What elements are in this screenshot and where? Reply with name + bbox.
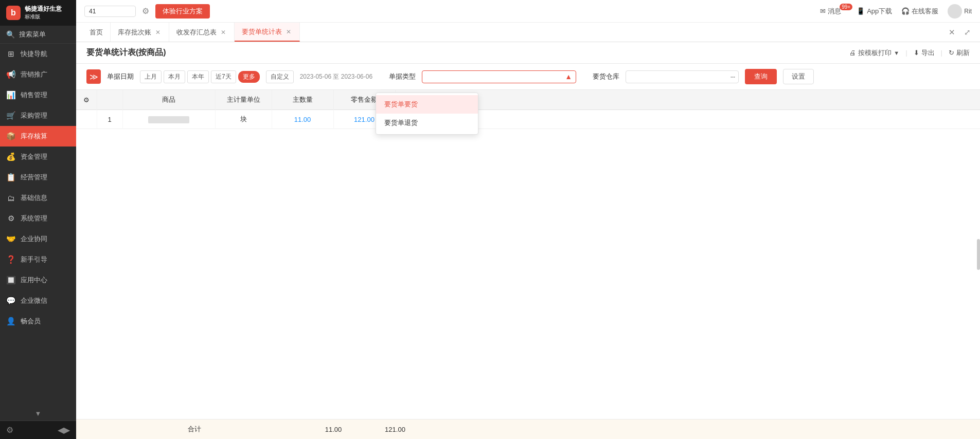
app-download-label: App下载 — [867, 7, 892, 16]
sidebar-item-finance[interactable]: 💰 资金管理 — [0, 147, 76, 167]
col-empty — [395, 90, 980, 110]
sidebar-item-enterprise[interactable]: 🤝 企业协同 — [0, 229, 76, 249]
refresh-label: 刷新 — [956, 48, 970, 58]
sidebar-item-inventory[interactable]: 📦 库存核算 — [0, 126, 76, 147]
operation-icon: 📋 — [6, 173, 15, 182]
app-download-button[interactable]: 📱 App下载 — [857, 7, 892, 16]
user-profile-button[interactable]: Rit — [948, 4, 972, 19]
sidebar-item-label: 基础信息 — [21, 193, 47, 203]
cell-product — [122, 110, 215, 129]
sidebar-item-sales[interactable]: 📊 销售管理 — [0, 85, 76, 105]
col-product: 商品 — [122, 90, 215, 110]
filter-expand-button[interactable]: ≫ — [86, 69, 101, 84]
top-header-left: ⚙ 体验行业方案 — [84, 4, 210, 19]
sidebar: b 畅捷通好生意 标准版 🔍 搜索菜单 ⊞ 快捷导航 📢 营销推广 📊 销售管理… — [0, 0, 76, 439]
tab-home[interactable]: 首页 — [82, 23, 111, 42]
sidebar-item-guide[interactable]: ❓ 新手引导 — [0, 249, 76, 270]
last-month-btn[interactable]: 上月 — [140, 70, 162, 83]
data-table: ⚙ 商品 主计量单位 主数量 零售金额 1 — [76, 90, 980, 129]
table-footer: 合计 11.00 121.00 — [76, 419, 980, 439]
headset-icon: 🎧 — [901, 7, 910, 15]
table-area: ⚙ 商品 主计量单位 主数量 零售金额 1 — [76, 90, 980, 419]
sidebar-item-label: 企业协同 — [21, 234, 47, 244]
sidebar-item-label: 快捷导航 — [21, 49, 47, 59]
sidebar-item-system[interactable]: ⚙ 系统管理 — [0, 208, 76, 229]
refresh-button[interactable]: ↻ 刷新 — [949, 48, 970, 58]
print-button[interactable]: 🖨 按模板打印 ▼ — [849, 48, 899, 58]
product-placeholder — [148, 116, 189, 123]
col-unit: 主计量单位 — [215, 90, 272, 110]
type-filter-wrapper: ▲ — [422, 70, 576, 83]
more-dates-btn[interactable]: 更多 — [238, 71, 260, 83]
sidebar-item-label: 应用中心 — [21, 276, 47, 285]
tab-close-order-summary[interactable]: ✕ — [285, 27, 292, 36]
tab-inventory-batch[interactable]: 库存批次账 ✕ — [111, 23, 169, 42]
table-row: 1 块 11.00 121.00 — [76, 110, 980, 129]
sidebar-item-label: 采购管理 — [21, 111, 47, 120]
tab-close-inventory-batch[interactable]: ✕ — [154, 28, 162, 37]
this-month-btn[interactable]: 本月 — [164, 70, 185, 83]
sidebar-scroll-down[interactable]: ▼ — [0, 407, 76, 420]
header-gear-icon[interactable]: ⚙ — [142, 6, 149, 16]
sidebar-item-wechat[interactable]: 💬 企业微信 — [0, 290, 76, 311]
filter-settings-button[interactable]: 设置 — [783, 69, 814, 84]
print-label: 按模板打印 — [858, 48, 892, 58]
type-filter-input[interactable] — [422, 70, 576, 83]
print-chevron-icon: ▼ — [894, 50, 899, 56]
type-dropdown-menu: 要货单要货 要货单退货 — [376, 93, 478, 135]
sidebar-search[interactable]: 🔍 搜索菜单 — [0, 26, 76, 44]
sidebar-item-label: 畅会员 — [21, 317, 41, 326]
tab-receivable-summary[interactable]: 收发存汇总表 ✕ — [169, 23, 235, 42]
avatar — [948, 4, 962, 19]
industry-solution-button[interactable]: 体验行业方案 — [155, 4, 210, 19]
sidebar-item-app-center[interactable]: 🔲 应用中心 — [0, 270, 76, 290]
enterprise-icon: 🤝 — [6, 234, 15, 244]
tab-close-receivable-summary[interactable]: ✕ — [220, 28, 227, 37]
last-7-days-btn[interactable]: 近7天 — [211, 70, 236, 83]
sidebar-item-label: 资金管理 — [21, 152, 47, 161]
sidebar-item-basic-info[interactable]: 🗂 基础信息 — [0, 188, 76, 208]
sidebar-item-label: 系统管理 — [21, 214, 47, 223]
sidebar-item-marketing[interactable]: 📢 营销推广 — [0, 64, 76, 85]
cell-quantity[interactable]: 11.00 — [272, 110, 333, 129]
dropdown-item-order-return[interactable]: 要货单退货 — [376, 114, 478, 132]
main-content: ⚙ 体验行业方案 ✉ 消息 99+ 📱 App下载 🎧 在线客服 Rit — [76, 0, 980, 439]
tab-order-summary[interactable]: 要货单统计表 ✕ — [235, 23, 300, 42]
breadcrumb-input[interactable] — [84, 6, 136, 17]
app-download-icon: 📱 — [857, 7, 865, 15]
message-button[interactable]: ✉ 消息 99+ — [820, 7, 847, 16]
export-button[interactable]: ⬇ 导出 — [914, 48, 935, 58]
warehouse-filter-input[interactable] — [626, 70, 739, 83]
filter-row: ≫ 单据日期 上月 本月 本年 近7天 更多 自定义 2023-05-06 至 … — [86, 69, 970, 84]
sidebar-item-operation[interactable]: 📋 经营管理 — [0, 167, 76, 188]
warehouse-filter-dots-icon[interactable]: ··· — [730, 71, 735, 82]
sidebar-item-purchase[interactable]: 🛒 采购管理 — [0, 105, 76, 126]
print-icon: 🖨 — [849, 49, 856, 57]
date-filter-label: 单据日期 — [107, 72, 134, 81]
tabs-end-buttons: ✕ ⤢ — [945, 26, 974, 39]
sidebar-settings-icon[interactable]: ⚙ — [6, 425, 13, 435]
this-year-btn[interactable]: 本年 — [187, 70, 209, 83]
expand-tabs-button[interactable]: ⤢ — [960, 26, 974, 39]
marketing-icon: 📢 — [6, 70, 15, 79]
system-icon: ⚙ — [6, 214, 15, 223]
custom-date-btn[interactable]: 自定义 — [266, 70, 294, 83]
tab-receivable-summary-label: 收发存汇总表 — [176, 28, 217, 37]
close-all-tabs-button[interactable]: ✕ — [945, 26, 958, 39]
dropdown-item-order-goods[interactable]: 要货单要货 — [376, 95, 478, 114]
table-header-row: ⚙ 商品 主计量单位 主数量 零售金额 — [76, 90, 980, 110]
sidebar-item-label: 经营管理 — [21, 173, 47, 182]
message-badge: 99+ — [840, 4, 852, 10]
query-button[interactable]: 查询 — [745, 69, 777, 84]
sidebar-item-member[interactable]: 👤 畅会员 — [0, 311, 76, 332]
footer-total-amount: 121.00 — [364, 426, 426, 433]
online-service-label: 在线客服 — [912, 7, 938, 16]
type-filter-chevron-icon[interactable]: ▲ — [565, 72, 572, 81]
table-body: 1 块 11.00 121.00 — [76, 110, 980, 129]
sidebar-collapse-icon[interactable]: ◀▶ — [58, 425, 70, 435]
top-header-right: ✉ 消息 99+ 📱 App下载 🎧 在线客服 Rit — [820, 4, 972, 19]
sidebar-item-label: 营销推广 — [21, 70, 47, 79]
online-service-button[interactable]: 🎧 在线客服 — [901, 7, 938, 16]
sidebar-item-quick-nav[interactable]: ⊞ 快捷导航 — [0, 44, 76, 64]
col-settings[interactable]: ⚙ — [76, 90, 97, 110]
